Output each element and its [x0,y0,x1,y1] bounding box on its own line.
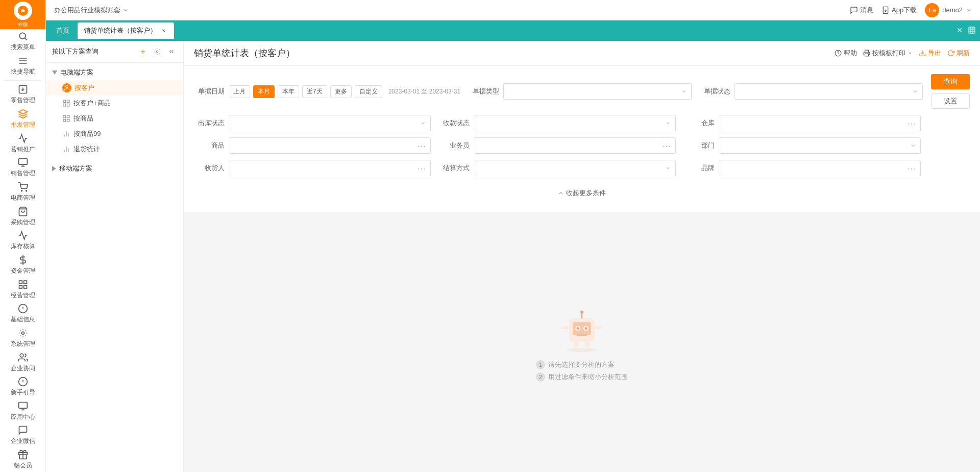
settings-scheme-btn[interactable] [152,46,163,57]
logo-text: 标版 [18,21,28,28]
doc-status-select[interactable] [734,83,923,100]
brand-select[interactable]: ··· [719,160,921,176]
scheme-item-by-product-99[interactable]: 按商品99 [46,126,183,141]
page-header: 销货单统计表（按客户） 帮助 按模板打印 导出 [184,41,980,66]
query-btn[interactable]: 查询 [931,74,970,89]
app-download-btn[interactable]: App下载 [881,6,917,15]
brand-filter: 品牌 ··· [684,160,921,176]
sidebar-item-purchase[interactable]: 采购管理 [0,204,45,229]
receipt-filter: 收款状态 [439,115,676,131]
warehouse-dots: ··· [908,120,916,127]
filter-row-4: 收货人 ··· 结算方式 品牌 [194,160,970,176]
sidebar-item-basic-info[interactable]: 基础信息 [0,301,45,326]
mobile-group-header[interactable]: 移动端方案 [46,161,183,176]
last-month-btn[interactable]: 上月 [229,85,250,98]
settings-btn[interactable]: 设置 [931,93,970,109]
filter-row-2: 出库状态 收款状态 仓库 [194,115,970,131]
sidebar-item-wholesale[interactable]: 批发管理 [0,107,45,131]
sidebar-item-member[interactable]: 畅会员 [0,447,45,472]
header-actions: 消息 App下载 Ea demo2 [850,3,972,17]
sidebar-item-enterprise[interactable]: 企业协同 [0,350,45,375]
maximize-icon [968,26,976,34]
svg-rect-33 [63,104,66,106]
company-dropdown[interactable]: 办公用品行业模拟账套 [54,6,129,15]
svg-rect-11 [19,285,22,288]
sidebar-item-search-menu[interactable]: 搜索菜单 [0,29,45,54]
date-buttons: 上月 本月 本年 近7天 更多 自定义 2023-03-01 至 2023-03… [229,85,460,98]
department-select[interactable] [719,137,921,154]
message-btn[interactable]: 消息 [850,6,873,15]
mobile-group-label: 移动端方案 [59,164,92,173]
sidebar-item-operations[interactable]: 经营管理 [0,277,45,302]
sidebar-item-ecommerce[interactable]: 电商管理 [0,180,45,204]
sidebar-item-corp-wechat[interactable]: 企业微信 [0,423,45,448]
username: demo2 [942,6,963,14]
desktop-group-header[interactable]: 电脑端方案 [46,65,183,80]
add-scheme-btn[interactable] [137,46,149,57]
tab-close-all-btn[interactable] [955,26,964,36]
collapse-panel-btn[interactable] [166,46,177,57]
tab-maximize-btn[interactable] [968,26,976,36]
svg-rect-46 [865,54,869,56]
sidebar-item-app-center[interactable]: 应用中心 [0,399,45,423]
scheme-item-by-customer[interactable]: 按客户 [46,80,183,96]
svg-point-29 [66,85,68,88]
print-icon [863,50,870,57]
current-year-btn[interactable]: 本年 [278,85,299,98]
more-btn[interactable]: 更多 [330,85,352,98]
brand-dots: ··· [908,164,916,172]
tab-bar: 首页 销货单统计表（按客户） [46,20,980,41]
expand-icon [52,70,57,75]
svg-rect-25 [969,27,975,33]
recipient-select[interactable]: ··· [229,160,431,176]
warehouse-label: 仓库 [684,119,715,128]
brand-label: 品牌 [684,163,715,173]
outbound-select[interactable] [229,115,431,131]
warehouse-select[interactable]: ··· [719,115,921,131]
sidebar-item-inventory[interactable]: 库存核算 [0,228,45,253]
sidebar-item-marketing[interactable]: 营销推广 [0,131,45,156]
tip-label-2: 用过滤条件来缩小分析范围 [548,372,628,382]
template-print-label: 按模板打印 [872,49,905,58]
product-select[interactable]: ··· [229,137,431,154]
last-7-days-btn[interactable]: 近7天 [302,85,327,98]
sidebar-item-new-guide[interactable]: 新手引导 [0,374,45,399]
sidebar-item-quick-nav[interactable]: 快捷导航 [0,54,45,78]
doc-type-label: 单据类型 [469,87,499,96]
tab-home[interactable]: 首页 [50,22,76,39]
outbound-filter: 出库状态 [194,115,431,131]
sidebar-item-system[interactable]: 系统管理 [0,326,45,350]
avatar: Ea [925,3,939,17]
receipt-select[interactable] [474,115,676,131]
sidebar-item-sales-mgmt[interactable]: 销售管理 [0,155,45,180]
help-label: 帮助 [844,49,857,58]
current-month-btn[interactable]: 本月 [253,85,275,98]
sidebar-item-finance[interactable]: 资金管理 [0,253,45,277]
download-icon [881,6,890,14]
left-panel-actions [137,46,177,57]
template-print-btn[interactable]: 按模板打印 [863,49,913,58]
help-btn[interactable]: 帮助 [835,49,857,58]
custom-btn[interactable]: 自定义 [355,85,382,98]
gear-icon [154,48,161,55]
sidebar-item-retail[interactable]: 零售管理 [0,82,45,107]
collapse-btn[interactable]: 收起更多条件 [552,186,612,200]
department-label: 部门 [684,141,715,150]
user-area[interactable]: Ea demo2 [925,3,972,17]
app-logo[interactable]: 标版 [0,0,45,29]
filter-row-1: 单据日期 上月 本月 本年 近7天 更多 自定义 2023-03-01 至 20… [194,74,970,109]
salesperson-select[interactable]: ··· [474,137,676,154]
tab-sales-stats[interactable]: 销货单统计表（按客户） [78,22,174,39]
doc-type-select[interactable] [503,83,692,100]
date-label: 单据日期 [194,87,225,96]
refresh-btn[interactable]: 刷新 [947,49,970,58]
company-chevron-icon [122,7,129,13]
scheme-item-by-customer-product[interactable]: 按客户+商品 [46,96,183,111]
scheme-item-by-product[interactable]: 按商品 [46,111,183,126]
scheme-return-stats-label: 退货统计 [74,145,100,154]
scheme-item-return-stats[interactable]: 退货统计 [46,141,183,157]
tab-close-btn[interactable] [160,27,168,35]
bar-icon [62,130,70,138]
settlement-select[interactable] [474,160,676,176]
export-btn[interactable]: 导出 [919,49,941,58]
